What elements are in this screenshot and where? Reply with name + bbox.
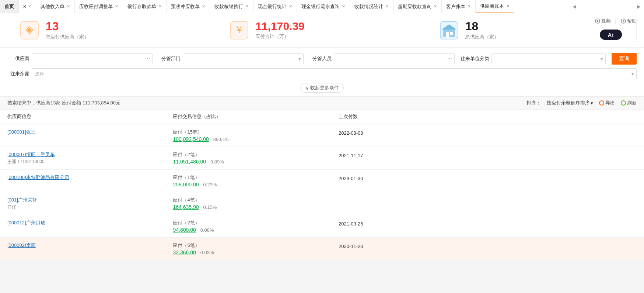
person-dots-icon[interactable]: ··· bbox=[447, 55, 452, 62]
chevron-up-icon: ∧ bbox=[305, 85, 309, 91]
svg-rect-12 bbox=[450, 32, 453, 35]
refresh-button[interactable]: 刷新 bbox=[621, 100, 637, 106]
trans-amount[interactable]: 100,092,540.00 bbox=[173, 136, 209, 142]
nav-tab-adjustment[interactable]: 应收应付调整单 ✕ bbox=[75, 0, 123, 13]
nav-tab-bank[interactable]: 银行存取款单 ✕ bbox=[123, 0, 167, 13]
supplier-link[interactable]: [000100]本特勤油品有限公司 bbox=[7, 175, 69, 180]
svg-text:￥: ￥ bbox=[234, 24, 244, 35]
supplier-link[interactable]: [001]广州荣轩 bbox=[7, 197, 37, 203]
nav-tab-cash-stats[interactable]: 现金银行统计 ✕ bbox=[253, 0, 297, 13]
trans-pct: 89.61% bbox=[213, 137, 230, 142]
balance-filter-input[interactable]: 选择... ▾ bbox=[32, 68, 637, 79]
supplier-filter-label: 供应商 bbox=[7, 55, 29, 62]
supplier-info-cell: [000001]张三 bbox=[7, 129, 173, 135]
close-icon[interactable]: ✕ bbox=[67, 4, 70, 9]
nav-next-arrow[interactable]: ▶ bbox=[634, 0, 644, 13]
nav-tab-cash-flow[interactable]: 现金银行流水查询 ✕ bbox=[297, 0, 350, 13]
transaction-cell: 应付（2笔） 94,600.00 0.08% bbox=[173, 220, 338, 233]
summary-bar: 视频 | ? 帮助 ◈ 13 总应付供应商（家） ￥ 11,170.39 bbox=[0, 13, 644, 48]
trans-pct: 9.89% bbox=[210, 159, 224, 165]
table-row: [000012]广州贝瑞 应付（2笔） 94,600.00 0.08% 2021… bbox=[0, 215, 644, 238]
dept-filter-input[interactable]: ▾ bbox=[183, 53, 304, 64]
table-row: [000100]本特勤油品有限公司 应付（1笔） 258,000.00 0.23… bbox=[0, 170, 644, 192]
top-nav: 首页 3 ✕ 其他收入单 ✕ 应收应付调整单 ✕ 银行存取款单 ✕ 预收冲应收单… bbox=[0, 0, 644, 13]
search-button[interactable]: 查询 bbox=[612, 53, 637, 65]
category-filter-input[interactable]: ▾ bbox=[491, 53, 606, 64]
close-icon[interactable]: ✕ bbox=[468, 4, 471, 9]
money-icon: ￥ bbox=[228, 19, 250, 41]
transaction-cell: 应付（5笔） 32,366.00 0.03% bbox=[173, 242, 338, 255]
lastpay-date: 2020-11-20 bbox=[339, 242, 438, 249]
lastpay-cell: 2023-01-30 bbox=[339, 174, 438, 181]
nav-prev-arrow[interactable]: ◀ bbox=[569, 0, 579, 13]
lastpay-cell bbox=[339, 197, 438, 198]
trans-amount[interactable]: 94,600.00 bbox=[173, 227, 196, 233]
nav-tab-collection[interactable]: 收款核销执行 ✕ bbox=[210, 0, 253, 13]
close-icon[interactable]: ✕ bbox=[158, 4, 162, 9]
category-dropdown-icon[interactable]: ▾ bbox=[601, 56, 603, 62]
supplier-link[interactable]: [000002]李四 bbox=[7, 242, 36, 248]
summary-text-payable-suppliers: 13 总应付供应商（家） bbox=[46, 20, 89, 40]
svg-text:?: ? bbox=[622, 20, 624, 23]
total-suppliers-label: 总供应商（家） bbox=[465, 34, 499, 40]
help-link[interactable]: ? 帮助 bbox=[621, 18, 637, 24]
trans-amount[interactable]: 11,051,486.00 bbox=[173, 159, 206, 165]
trans-amount[interactable]: 32,366.00 bbox=[173, 249, 196, 255]
close-icon[interactable]: ✕ bbox=[385, 4, 389, 9]
trans-label: 应付（5笔） bbox=[173, 242, 338, 249]
close-icon[interactable]: ✕ bbox=[28, 4, 31, 9]
close-icon[interactable]: ✕ bbox=[342, 4, 345, 9]
supplier-info-cell: [001]广州荣轩 仔仔 bbox=[7, 197, 173, 210]
supplier-link[interactable]: [000001]张三 bbox=[7, 129, 36, 135]
trans-pct: 0.15% bbox=[203, 204, 217, 210]
sort-dropdown-icon[interactable]: ▾ bbox=[591, 100, 593, 106]
nav-tab-supplier-account[interactable]: 供应商账本 ✕ bbox=[476, 0, 514, 13]
nav-tab-overdue[interactable]: 超期应收款查询 ✕ bbox=[393, 0, 442, 13]
close-icon[interactable]: ✕ bbox=[434, 4, 437, 9]
close-icon[interactable]: ✕ bbox=[506, 4, 510, 8]
close-icon[interactable]: ✕ bbox=[202, 4, 205, 9]
nav-tab-prepay[interactable]: 预收冲应收单 ✕ bbox=[167, 0, 210, 13]
collapse-bar: ∧ 收起更多条件 bbox=[7, 83, 637, 93]
total-payable-value: 11,170.39 bbox=[255, 21, 304, 32]
nav-tab-3[interactable]: 3 ✕ bbox=[19, 0, 36, 13]
sort-select[interactable]: 按应付余额倒序排序 ▾ bbox=[547, 100, 593, 106]
export-button[interactable]: 导出 bbox=[599, 100, 615, 106]
trans-pct: 0.08% bbox=[200, 227, 214, 233]
supplier-dots-icon[interactable]: ··· bbox=[145, 55, 150, 62]
lastpay-date: 2022-08-08 bbox=[339, 129, 438, 136]
header-lastpay: 上次付数 bbox=[339, 113, 438, 120]
supplier-info-cell: [000002]李四 bbox=[7, 242, 173, 249]
payable-suppliers-label: 总应付供应商（家） bbox=[46, 34, 89, 40]
close-icon[interactable]: ✕ bbox=[245, 4, 249, 9]
nav-tab-home[interactable]: 首页 bbox=[0, 0, 19, 13]
supplier-link[interactable]: [000012]广州贝瑞 bbox=[7, 220, 45, 225]
supplier-link[interactable]: [000007]恒旺二手叉车 bbox=[7, 152, 55, 157]
nav-tab-customer-account[interactable]: 客户账本 ✕ bbox=[442, 0, 476, 13]
trans-label: 应付（4笔） bbox=[173, 197, 338, 203]
person-filter-input[interactable]: ··· bbox=[334, 53, 455, 64]
close-icon[interactable]: ✕ bbox=[289, 4, 292, 9]
ai-badge[interactable]: Ai bbox=[600, 30, 622, 40]
supplier-filter-input[interactable]: ··· bbox=[32, 53, 153, 64]
supplier-sub: 仔仔 bbox=[7, 204, 173, 210]
result-bar: 搜索结果中，供应商13家 应付金额 111,703,854.00元 排序： 按应… bbox=[0, 97, 644, 110]
dept-dropdown-icon[interactable]: ▾ bbox=[298, 56, 301, 62]
filter-row-2: 往来余额 选择... ▾ bbox=[7, 68, 637, 79]
balance-filter-label: 往来余额 bbox=[7, 70, 29, 77]
nav-tab-receipt-stats[interactable]: 收款情况统计 ✕ bbox=[350, 0, 393, 13]
total-suppliers-value: 18 bbox=[465, 20, 499, 32]
balance-dropdown-icon[interactable]: ▾ bbox=[631, 71, 634, 77]
video-link[interactable]: 视频 bbox=[595, 18, 611, 24]
trans-amount[interactable]: 258,000.00 bbox=[173, 182, 199, 187]
header-transaction: 应付交易信息（占比） bbox=[173, 113, 338, 120]
collapse-button[interactable]: ∧ 收起更多条件 bbox=[300, 83, 344, 93]
lastpay-cell: 2021-11-17 bbox=[339, 151, 438, 158]
nav-tab-other-income[interactable]: 其他收入单 ✕ bbox=[36, 0, 75, 13]
table-header: 供应商信息 应付交易信息（占比） 上次付数 bbox=[0, 110, 644, 124]
trans-amount[interactable]: 164,635.90 bbox=[173, 204, 199, 210]
close-icon[interactable]: ✕ bbox=[115, 4, 118, 9]
svg-marker-1 bbox=[597, 20, 599, 22]
lastpay-date bbox=[339, 197, 438, 198]
filter-area: 供应商 ··· 分管部门 ▾ 分管人员 ··· 往来单位分类 ▾ 查询 往 bbox=[0, 48, 644, 97]
